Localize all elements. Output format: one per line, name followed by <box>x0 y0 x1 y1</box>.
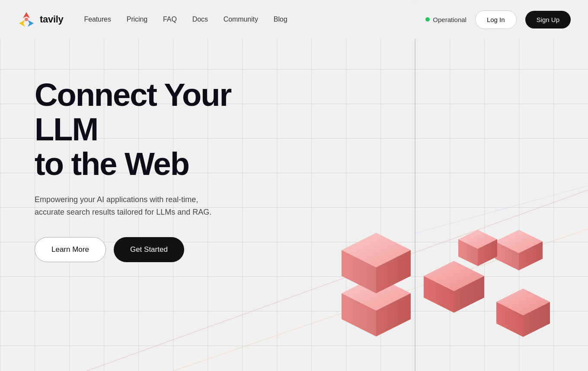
hero-buttons: Learn More Get Started <box>35 237 285 262</box>
learn-more-button[interactable]: Learn More <box>35 237 106 262</box>
svg-point-25 <box>25 18 28 21</box>
svg-marker-22 <box>23 12 30 18</box>
hero-subtitle: Empowering your AI applications with rea… <box>35 193 220 219</box>
nav-link-pricing[interactable]: Pricing <box>127 16 147 23</box>
signup-button[interactable]: Sign Up <box>525 11 571 29</box>
nav-links: Features Pricing FAQ Docs Community Blog <box>84 16 287 23</box>
hero-section: Connect Your LLM to the Web Empowering y… <box>0 39 285 262</box>
nav-link-blog[interactable]: Blog <box>274 16 288 23</box>
svg-marker-24 <box>28 20 34 27</box>
nav-link-features[interactable]: Features <box>84 16 111 23</box>
logo-link[interactable]: tavily <box>17 10 63 29</box>
nav-link-community[interactable]: Community <box>224 16 258 23</box>
logo-text: tavily <box>40 14 63 25</box>
status-dot <box>425 17 430 22</box>
nav-link-faq[interactable]: FAQ <box>163 16 177 23</box>
login-button[interactable]: Log In <box>475 10 517 29</box>
nav-left: tavily Features Pricing FAQ Docs Communi… <box>17 10 287 29</box>
nav-link-docs[interactable]: Docs <box>192 16 208 23</box>
get-started-button[interactable]: Get Started <box>114 237 184 262</box>
hero-title: Connect Your LLM to the Web <box>35 78 285 181</box>
status-badge: Operational <box>425 16 467 23</box>
status-label: Operational <box>433 16 467 23</box>
svg-marker-23 <box>19 20 25 27</box>
navbar: tavily Features Pricing FAQ Docs Communi… <box>0 0 588 39</box>
nav-right: Operational Log In Sign Up <box>425 10 571 29</box>
logo-icon <box>17 10 35 29</box>
